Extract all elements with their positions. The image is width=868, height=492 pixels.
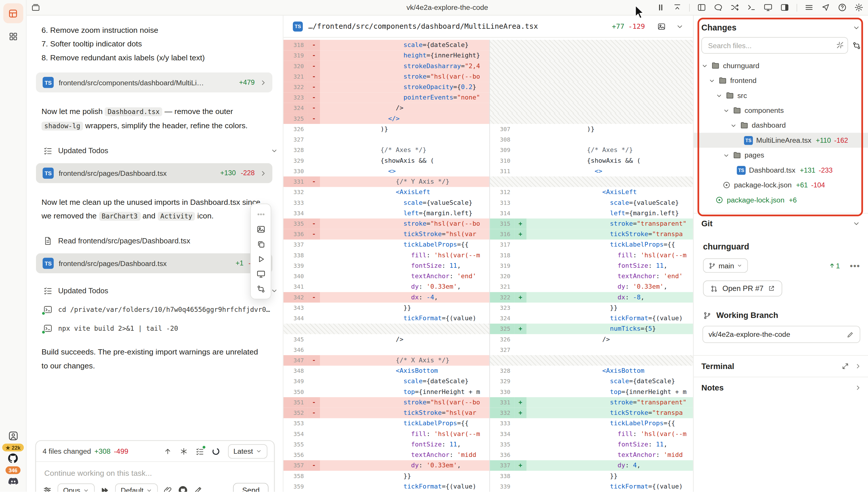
diff-row[interactable]: 338 fill: 'hsl(var(--m318 fill: 'hsl(var… — [283, 250, 693, 261]
diff-row[interactable]: 340 textAnchor: 'end'320 textAnchor: 'en… — [283, 271, 693, 281]
help-icon[interactable] — [838, 3, 847, 12]
diff-row[interactable]: 355 fontSize: 11,335 fontSize: 11, — [283, 439, 693, 450]
diff-row[interactable]: 350 top={innerHeight + m330 top={innerHe… — [283, 387, 693, 397]
diff-row[interactable]: 322- strokeOpacity={0.2} — [283, 82, 693, 92]
right-panel-icon[interactable] — [780, 3, 789, 12]
edit-pencil-icon[interactable] — [846, 330, 854, 338]
tab-stack-icon[interactable] — [31, 3, 40, 12]
tree-row[interactable]: components — [694, 103, 868, 118]
sliders-icon[interactable] — [43, 486, 52, 492]
diff-row[interactable]: 352- tickStroke="hsl(var332+ tickStroke=… — [283, 408, 693, 418]
tree-row[interactable]: dashboard — [694, 118, 868, 132]
diff-row[interactable]: 330 <>311 <> — [283, 166, 693, 176]
copy-icon[interactable] — [255, 238, 267, 250]
send-button[interactable]: Send — [233, 483, 268, 492]
mode-dropdown[interactable]: Default — [115, 483, 158, 492]
diff-row[interactable]: 334 left={margin.left}314 left={margin.l… — [283, 208, 693, 218]
changes-header[interactable]: Changes — [694, 16, 868, 37]
diff-row[interactable]: 357- dy: '0.33em',337+ dy: 4, — [283, 460, 693, 471]
arrow-up-icon[interactable] — [163, 447, 172, 456]
diff-row[interactable]: 347- {/* X Axis */} — [283, 355, 693, 366]
diff-row[interactable]: 328 {/* Axes */}309 {/* Axes */} — [283, 145, 693, 155]
file-chip[interactable]: TSfrontend/src/pages/Dashboard.tsx+1-5 — [36, 253, 272, 273]
discord-icon[interactable] — [7, 475, 19, 488]
drag-handle-icon[interactable] — [255, 208, 267, 220]
terminal-section[interactable]: Terminal — [694, 355, 868, 376]
diff-row[interactable]: 325+ numTicks={5} — [283, 324, 693, 334]
file-chip[interactable]: TSfrontend/src/components/dashboard/Mult… — [36, 73, 272, 93]
workspace-button[interactable] — [3, 3, 23, 23]
diff-row[interactable]: 318- scale={dateScale} — [283, 40, 693, 50]
diff-row[interactable]: 331- {/* Y Axis */} — [283, 176, 693, 187]
diff-row[interactable]: 324- /> — [283, 103, 693, 114]
diff-row[interactable]: 319- height={innerHeight} — [283, 50, 693, 61]
chat-input[interactable] — [43, 468, 267, 478]
diff-row[interactable]: 335- stroke="hsl(var(--bo315+ stroke="tr… — [283, 218, 693, 229]
tree-row[interactable]: TSDashboard.tsx+131-233 — [694, 163, 868, 177]
diff-row[interactable]: 327308 — [283, 134, 693, 145]
expand-icon[interactable] — [841, 362, 849, 370]
tree-row[interactable]: pages — [694, 148, 868, 163]
play-icon[interactable] — [255, 253, 267, 265]
github-icon[interactable] — [179, 486, 188, 492]
collapse-all-icon[interactable] — [836, 41, 844, 49]
git-header[interactable]: Git — [694, 214, 868, 233]
diff-row[interactable]: 323- pointerEvents="none" — [283, 92, 693, 103]
chevron-down-icon[interactable] — [852, 24, 861, 31]
diff-row[interactable]: 354 fill: 'hsl(var(--m334 fill: 'hsl(var… — [283, 429, 693, 439]
diff-row[interactable]: 326 )}307 )} — [283, 124, 693, 134]
pen-icon[interactable] — [193, 486, 203, 492]
diff-row[interactable]: 332 <AxisLeft312 <AxisLeft — [283, 187, 693, 198]
monitor-icon[interactable] — [255, 268, 267, 280]
diff-row[interactable]: 351- stroke="hsl(var(--bo331+ stroke="tr… — [283, 397, 693, 408]
diff-row[interactable]: 359 tickFormat={(value)339 tickFormat={(… — [283, 481, 693, 492]
left-panel-icon[interactable] — [697, 3, 706, 12]
terminal-icon[interactable] — [747, 3, 756, 12]
tree-row[interactable]: package-lock.json+6 — [694, 193, 868, 207]
working-branch-field[interactable]: vk/4e2a-explore-the-code — [703, 326, 860, 343]
updated-todos-row[interactable]: Updated Todos — [43, 146, 278, 155]
monitor-icon[interactable] — [764, 3, 773, 12]
diff-row[interactable]: 337 tickLabelProps={{317 tickLabelProps=… — [283, 240, 693, 250]
diff-row[interactable]: 320- strokeDasharray="2,4 — [283, 61, 693, 71]
fast-forward-icon[interactable] — [100, 486, 110, 492]
search-files-input[interactable] — [701, 37, 848, 54]
chevron-right-icon[interactable] — [855, 385, 861, 391]
pause-icon[interactable] — [656, 3, 665, 12]
read-file-row[interactable]: Read frontend/src/pages/Dashboard.tsx — [43, 236, 278, 245]
diff-row[interactable]: 343 }}323 }} — [283, 302, 693, 313]
open-pr-button[interactable]: Open PR #7 — [703, 280, 782, 296]
tree-row[interactable]: package-lock.json+61-104 — [694, 177, 868, 192]
menu-icon[interactable] — [804, 3, 814, 12]
image-diff-icon[interactable] — [657, 22, 666, 31]
diff-row[interactable]: 333 scale={valueScale}313 scale={valueSc… — [283, 198, 693, 208]
git-compare-icon[interactable] — [852, 41, 861, 50]
commits-ahead[interactable]: 1 — [829, 262, 840, 270]
chevron-down-icon[interactable] — [852, 220, 861, 227]
gear-icon[interactable] — [854, 3, 863, 12]
diff-row[interactable]: 348 <AxisBottom328 <AxisBottom — [283, 366, 693, 376]
diff-row[interactable]: 345 />326 /> — [283, 334, 693, 345]
diff-row[interactable]: 346327 — [283, 345, 693, 355]
share-icon[interactable] — [821, 3, 830, 12]
collapse-up-icon[interactable] — [673, 3, 682, 12]
diff-row[interactable]: 358 }}338 }} — [283, 471, 693, 481]
grid-view-button[interactable] — [3, 27, 23, 47]
asterisk-icon[interactable] — [179, 447, 188, 456]
shuffle-icon[interactable] — [730, 3, 740, 12]
attachment-icon[interactable] — [163, 486, 173, 492]
diff-row[interactable]: 342- dx: -4,322+ dx: -8, — [283, 292, 693, 302]
chat-bubble-icon[interactable] — [713, 3, 723, 12]
diff-row[interactable]: 339 fontSize: 11,319 fontSize: 11, — [283, 261, 693, 271]
tree-row[interactable]: TSMultiLineArea.tsx+110-162 — [694, 133, 868, 148]
diff-row[interactable]: 321- stroke="hsl(var(--bo — [283, 71, 693, 82]
diff-row[interactable]: 329 {showAxis && (310 {showAxis && ( — [283, 155, 693, 166]
chevron-right-icon[interactable] — [855, 363, 861, 370]
updated-todos-row[interactable]: Updated Todos — [43, 286, 278, 295]
diff-row[interactable]: 325- </> — [283, 114, 693, 124]
file-chip[interactable]: TSfrontend/src/pages/Dashboard.tsx+130-2… — [36, 163, 272, 183]
tree-row[interactable]: src — [694, 88, 868, 103]
todos-status-icon[interactable] — [195, 447, 204, 456]
diff-row[interactable]: 344 tickFormat={(value)324 tickFormat={(… — [283, 313, 693, 323]
tree-row[interactable]: frontend — [694, 73, 868, 88]
